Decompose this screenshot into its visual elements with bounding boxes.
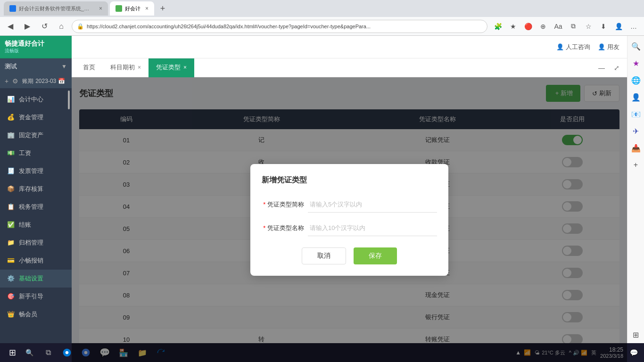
right-browser-icon[interactable]: 🌐 xyxy=(629,74,643,87)
tab1-close[interactable]: × xyxy=(99,5,102,12)
tab-voucher-type[interactable]: 凭证类型 × xyxy=(149,58,194,77)
right-table-icon[interactable]: ⊞ xyxy=(629,328,643,341)
sidebar-item-inventory[interactable]: 📦 库存核算 xyxy=(0,180,72,198)
tab-subject-close[interactable]: × xyxy=(138,64,141,71)
sidebar-item-archive[interactable]: 📁 归档管理 xyxy=(0,234,72,252)
settings-button[interactable]: 🔴 xyxy=(521,20,535,33)
tab-voucher-type-close[interactable]: × xyxy=(183,64,187,71)
assets-icon: 🏢 xyxy=(7,131,15,140)
right-search-icon[interactable]: 🔍 xyxy=(629,40,643,53)
sidebar-item-invoice[interactable]: 🧾 发票管理 xyxy=(0,162,72,180)
refresh-button[interactable]: ↺ xyxy=(38,20,51,33)
sidebar-item-expense[interactable]: 💳 小畅报销 xyxy=(0,252,72,270)
sidebar-item-salary-label: 工资 xyxy=(19,149,31,157)
start-button[interactable]: ⊞ xyxy=(4,344,21,361)
tab-minimize-button[interactable]: — xyxy=(595,61,608,74)
sidebar-item-dashboard[interactable]: 📊 会计中心 xyxy=(0,90,72,108)
save-button[interactable]: 保存 xyxy=(354,247,397,264)
sidebar-item-settlement-label: 结账 xyxy=(19,221,31,229)
url-box[interactable]: 🔒 https://cloud2.chanjet.com/accounting/… xyxy=(72,20,487,33)
cancel-button[interactable]: 取消 xyxy=(302,247,346,264)
name-field: 凭证类型名称 xyxy=(262,220,437,236)
sidebar-item-assets[interactable]: 🏢 固定资产 xyxy=(0,126,72,144)
sidebar-item-assets-label: 固定资产 xyxy=(19,131,43,140)
profile-button[interactable]: 👤 xyxy=(612,20,625,33)
sidebar-item-member[interactable]: 👑 畅会员 xyxy=(0,305,72,323)
user-button[interactable]: 👤 用友 xyxy=(598,43,619,51)
reading-button[interactable]: Aa xyxy=(552,20,565,33)
support-label: 人工咨询 xyxy=(566,43,590,51)
name-input[interactable] xyxy=(308,220,437,236)
sidebar-item-archive-label: 归档管理 xyxy=(19,239,43,247)
sidebar-item-tax-label: 税务管理 xyxy=(19,203,43,211)
modal-dialog: 新增凭证类型 凭证类型简称 凭证类型名称 取消 保存 xyxy=(250,164,448,276)
favorites-button[interactable]: ★ xyxy=(506,20,520,33)
guide-icon: 🎯 xyxy=(7,292,15,301)
sidebar-item-finance-label: 资金管理 xyxy=(19,113,43,122)
sidebar-item-tax[interactable]: 📋 税务管理 xyxy=(0,198,72,216)
browser-action-buttons: 🧩 ★ 🔴 ⊕ Aa ⧉ ☆ ⬇ 👤 … xyxy=(491,20,640,33)
right-add-icon[interactable]: + xyxy=(629,158,643,172)
sidebar-toolbar: + ⚙ 账期 2023-03 📅 xyxy=(0,74,72,89)
sidebar-item-salary[interactable]: 💵 工资 xyxy=(0,144,72,162)
tab-subject[interactable]: 科目期初 × xyxy=(103,58,149,77)
more-button[interactable]: … xyxy=(627,20,640,33)
right-feather-icon[interactable]: ✈ xyxy=(629,124,643,138)
tab2-favicon xyxy=(116,5,122,12)
company-name: 测试 xyxy=(5,62,17,71)
sidebar-item-finance[interactable]: 💰 资金管理 xyxy=(0,108,72,126)
extensions-button[interactable]: 🧩 xyxy=(491,20,504,33)
taskbar-notification-button[interactable]: 💬 xyxy=(627,346,640,359)
tab2-close[interactable]: × xyxy=(145,5,149,12)
tab1-favicon xyxy=(9,5,16,12)
sidebar-item-member-label: 畅会员 xyxy=(19,310,37,319)
sidebar-menu: 📊 会计中心 💰 资金管理 🏢 固定资产 💵 工资 🧾 发票管理 📦 库 xyxy=(0,89,72,346)
abbr-label: 凭证类型简称 xyxy=(262,200,304,209)
browser-tab-2[interactable]: 好会计 × xyxy=(110,1,154,16)
sidebar-logo-sub: 流畅版 xyxy=(5,48,44,54)
add-company-button[interactable]: + xyxy=(5,77,8,85)
tab-expand-buttons: — ⤢ xyxy=(595,61,623,74)
right-outlook-icon[interactable]: 📧 xyxy=(629,107,643,121)
sidebar-item-settlement[interactable]: ✅ 结账 xyxy=(0,216,72,234)
taskbar-task-view[interactable]: ⧉ xyxy=(40,344,57,361)
period-info: 账期 2023-03 📅 xyxy=(22,77,65,85)
app-header-right: 👤 人工咨询 👤 用友 xyxy=(556,43,619,51)
member-icon: 👑 xyxy=(7,310,15,319)
main-content: 👤 人工咨询 👤 用友 首页 科目期初 × 凭证类型 × xyxy=(72,36,627,362)
page-body: 凭证类型 + 新增 ↺ 刷新 编码 凭证类型简称 凭证类 xyxy=(72,77,627,362)
modal-actions: 取消 保存 xyxy=(262,247,437,264)
sidebar-item-settings[interactable]: ⚙️ 基础设置 xyxy=(0,270,72,288)
sidebar-item-guide[interactable]: 🎯 新手引导 xyxy=(0,288,72,305)
right-person-icon[interactable]: 👤 xyxy=(629,90,643,104)
support-icon: 👤 xyxy=(556,43,564,50)
company-selector[interactable]: 测试 ▼ xyxy=(0,58,72,74)
tab-maximize-button[interactable]: ⤢ xyxy=(610,61,623,74)
new-tab-button[interactable]: + xyxy=(156,2,169,15)
right-download-icon[interactable]: 📥 xyxy=(629,141,643,155)
split-view-button[interactable]: ⧉ xyxy=(567,20,580,33)
taskbar-search-button[interactable]: 🔍 xyxy=(23,346,36,359)
bookmark-button[interactable]: ☆ xyxy=(582,20,595,33)
download-button[interactable]: ⬇ xyxy=(597,20,610,33)
tab-home[interactable]: 首页 xyxy=(75,58,103,77)
tab2-title: 好会计 xyxy=(125,5,140,12)
settings-menu-icon: ⚙️ xyxy=(7,274,15,283)
abbr-input[interactable] xyxy=(308,197,437,213)
invoice-icon: 🧾 xyxy=(7,167,15,175)
sidebar-logo-text: 畅捷通好合计 xyxy=(5,40,44,48)
home-button[interactable]: ⌂ xyxy=(55,20,68,33)
page-tabs: 首页 科目期初 × 凭证类型 × — ⤢ xyxy=(72,58,627,77)
user-label: 用友 xyxy=(607,43,619,51)
forward-button[interactable]: ▶ xyxy=(21,20,34,33)
right-star-icon[interactable]: ★ xyxy=(629,57,643,70)
sidebar-logo: 畅捷通好合计 流畅版 xyxy=(5,40,44,54)
browser-tab-1[interactable]: 好会计云财务软件管理系统_会计 × xyxy=(4,1,108,16)
settings-icon[interactable]: ⚙ xyxy=(12,77,18,85)
expense-icon: 💳 xyxy=(7,256,15,265)
support-button[interactable]: 👤 人工咨询 xyxy=(556,43,590,51)
back-button[interactable]: ◀ xyxy=(4,20,17,33)
period-value: 2023-03 xyxy=(35,78,56,84)
sidebar-item-dashboard-label: 会计中心 xyxy=(19,95,43,104)
share-button[interactable]: ⊕ xyxy=(537,20,550,33)
